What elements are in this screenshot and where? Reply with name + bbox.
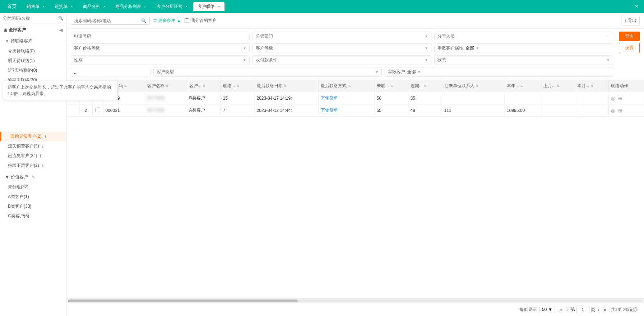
chevron-down-icon: ▼ xyxy=(476,46,479,50)
row-contact-person-cell: 111 xyxy=(442,104,505,117)
nav-tab-analysis-list[interactable]: 商品分析列表 × xyxy=(111,2,150,11)
scroll-thumb[interactable] xyxy=(68,300,298,302)
filter-status[interactable]: 状态 ▼ xyxy=(434,55,613,65)
filter-customer-grade[interactable]: 客户等级 ▼ xyxy=(252,43,431,53)
col-header-last-contact-way: 最后联络方式 ⇅ xyxy=(319,80,374,92)
filter-retail-customer[interactable]: 零散客户 全部 ▼ xyxy=(385,67,613,77)
sort-icon[interactable]: ⇅ xyxy=(557,84,560,88)
more-icon[interactable]: ⊞ xyxy=(618,95,622,101)
sidebar-all-customers[interactable]: ⊞ 全部客户 ◀ xyxy=(0,24,66,36)
scroll-track xyxy=(68,300,643,302)
row-last-way-cell[interactable]: 下销货单 xyxy=(319,92,374,104)
nav-tab-purchase[interactable]: 进货单 × xyxy=(50,2,77,11)
edit-icon[interactable]: ✎ xyxy=(32,175,35,180)
sidebar-item-classC[interactable]: C类客户(6) xyxy=(0,211,66,221)
search-icon[interactable]: 🔍 xyxy=(58,16,64,21)
close-icon[interactable]: × xyxy=(185,4,187,9)
contact-icon[interactable]: ◎ xyxy=(611,108,615,113)
sidebar-item-classA[interactable]: A类客户(1) xyxy=(0,192,66,202)
sort-icon[interactable]: ⇅ xyxy=(424,84,427,88)
data-table-area: ⚙ # 客户编码 ⇅ 客户名称 ⇅ xyxy=(66,80,644,298)
filter-ellipsis[interactable]: ... xyxy=(71,68,150,76)
sidebar-group-pending[interactable]: ▼ 待联络客户 xyxy=(0,36,66,46)
sidebar-item-declining[interactable]: 持续下滑客户(2) ℹ xyxy=(0,161,66,170)
sidebar-search-area: 🔍 xyxy=(0,13,66,24)
last-page-button[interactable]: » xyxy=(602,306,608,313)
row-name-cell: 客户名称 xyxy=(145,104,187,117)
per-page-select[interactable]: 50 ▼ xyxy=(539,306,555,313)
sidebar-value-group-title[interactable]: ▼ 价值客户 ✎ xyxy=(0,172,66,182)
sort-icon[interactable]: ⇅ xyxy=(166,84,168,88)
my-customers-checkbox[interactable]: 我分管的客户 xyxy=(185,18,217,24)
main-search-input[interactable] xyxy=(74,18,139,23)
page-number-input[interactable] xyxy=(576,306,589,313)
sidebar: 🔍 ⊞ 全部客户 ◀ ▼ 待联络客户 今天待联络(0) 明天待联络(1) xyxy=(0,13,66,316)
sidebar-item-tomorrow[interactable]: 明天待联络(1) xyxy=(0,56,66,66)
row-actions-cell: ◎ ⊞ xyxy=(608,92,644,104)
search-icon[interactable]: 🔍 xyxy=(141,18,147,23)
filter-retail-attr[interactable]: 零散客户属性 全部 ▼ xyxy=(434,43,613,53)
chevron-down-icon: ▼ xyxy=(425,34,428,38)
sidebar-item-churned[interactable]: 已流失客户(24) ℹ xyxy=(0,151,66,161)
nav-tab-customer-layer[interactable]: 客户分层经营 × xyxy=(152,2,192,11)
export-icon: ↑ xyxy=(624,18,626,23)
filter-manager[interactable]: 分管人员 ··· xyxy=(434,32,613,41)
filter-phone: 电话号码 xyxy=(71,32,250,41)
close-icon[interactable]: × xyxy=(42,4,45,9)
chevron-down-icon: ▼ xyxy=(243,46,246,50)
sidebar-item-churn-warning[interactable]: 流失预警客户(3) ℹ xyxy=(0,141,66,151)
sort-icon[interactable]: ⇅ xyxy=(284,84,287,88)
horizontal-scrollbar[interactable] xyxy=(66,298,644,303)
sidebar-item-repurchase-anomaly[interactable]: 回购异常客户(2) ℹ xyxy=(0,132,66,141)
ellipsis-icon[interactable]: ··· xyxy=(606,34,610,39)
close-icon[interactable]: × xyxy=(218,4,220,9)
row-last-way-cell[interactable]: 下销货单 xyxy=(319,104,374,117)
sidebar-item-today[interactable]: 今天待联络(0) xyxy=(0,46,66,56)
sort-icon[interactable]: ⇅ xyxy=(124,84,127,88)
customer-name: 客户名称 xyxy=(147,95,165,100)
query-button[interactable]: 查询 xyxy=(619,32,640,41)
next-page-button[interactable]: › xyxy=(597,306,601,313)
my-customers-check[interactable] xyxy=(185,18,189,23)
nav-tab-analysis[interactable]: 商品分析 × xyxy=(79,2,110,11)
window-close-button[interactable]: × xyxy=(632,2,641,11)
more-icon[interactable]: ⊞ xyxy=(618,108,622,113)
filter-customer-type[interactable]: 客户类型 ▼ xyxy=(153,67,382,77)
sort-icon[interactable]: ⇅ xyxy=(348,84,351,88)
sidebar-item-7days[interactable]: 近7天待联络(0) xyxy=(0,66,66,75)
filter-payment-terms[interactable]: 收付款条件 ▼ xyxy=(252,55,431,65)
first-page-button[interactable]: « xyxy=(558,306,563,313)
contact-icon[interactable]: ◎ xyxy=(611,95,615,101)
close-icon[interactable]: × xyxy=(144,4,146,9)
nav-tab-sales[interactable]: 销售单 × xyxy=(22,2,49,11)
row-num-cell: 2 xyxy=(79,104,92,117)
sort-icon[interactable]: ⇅ xyxy=(590,84,593,88)
close-icon[interactable]: × xyxy=(103,4,105,9)
sort-icon[interactable]: ⇅ xyxy=(520,84,523,88)
table-row: 2 000031 客户名称 A类客户 7 2023-04-12 14:44: 下… xyxy=(66,104,644,117)
sidebar-item-ungrouped[interactable]: 未分组(32) xyxy=(0,182,66,192)
row-grade-cell: B类客户 xyxy=(187,92,221,104)
filter-price-grade[interactable]: 客户价格等级 ▼ xyxy=(71,43,250,53)
nav-home[interactable]: 首页 xyxy=(3,2,21,11)
row-checkbox[interactable] xyxy=(96,108,100,112)
prev-page-button[interactable]: ‹ xyxy=(565,306,569,313)
more-conditions-button[interactable]: ▽ 更多条件 ▲ xyxy=(153,18,181,24)
sort-icon[interactable]: ⇅ xyxy=(236,84,239,88)
nav-tab-customer-contact[interactable]: 客户联络 × xyxy=(193,2,224,11)
row-contact-cell: 15 xyxy=(221,92,254,104)
sort-icon[interactable]: ⇅ xyxy=(476,84,478,88)
sidebar-search-input[interactable] xyxy=(3,16,57,21)
filter-department[interactable]: 分管部门 ▼ xyxy=(252,32,431,41)
sort-icon[interactable]: ⇅ xyxy=(390,84,393,88)
close-icon[interactable]: × xyxy=(70,4,73,9)
pagination-bar: 每页显示 50 ▼ « ‹ 第 页 › » 共1页 2条记录 xyxy=(66,303,644,316)
settings-button[interactable]: 设置 xyxy=(619,43,640,53)
export-button[interactable]: ↑ 导出 xyxy=(621,16,640,25)
col-header-contact-person: 往来单位联系人 ⇅ xyxy=(442,80,505,92)
sort-icon[interactable]: ⇅ xyxy=(203,84,205,88)
row-this-year-cell: 10995.00 xyxy=(505,104,541,117)
sidebar-collapse-button[interactable]: ◀ xyxy=(59,28,62,33)
sidebar-item-classB[interactable]: B类客户(33) xyxy=(0,202,66,211)
filter-gender[interactable]: 性别 ▼ xyxy=(71,55,250,65)
